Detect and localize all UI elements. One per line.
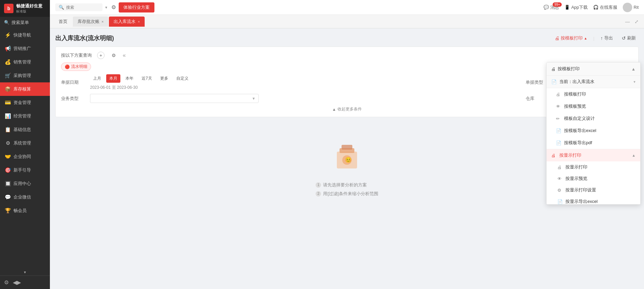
empty-tip-2-text: 用[过滤]条件来缩小分析范围 xyxy=(323,189,378,198)
tab-flow[interactable]: 出入库流水 × xyxy=(109,17,144,27)
display-print-label: 按显示打印 xyxy=(565,164,587,170)
sidebar-item-label: 企业微信 xyxy=(13,194,31,200)
tab-batch-close[interactable]: × xyxy=(101,20,104,24)
date-btn-this-year[interactable]: 本年 xyxy=(122,74,137,83)
print-dropdown-header: 🖨 按模板打印 ▲ xyxy=(547,62,640,76)
industry-solution-btn[interactable]: 体验行业方案 xyxy=(119,2,154,12)
filter-add-btn[interactable]: + xyxy=(97,52,105,59)
collapse-up-icon: ▲ xyxy=(332,107,336,112)
current-template-icon: 📄 xyxy=(551,79,557,84)
filter-collapse-btn[interactable]: « xyxy=(123,52,126,58)
template-preview-btn[interactable]: 👁 按模板预览 xyxy=(547,100,640,112)
sidebar-item-appstore[interactable]: 🔲 应用中心 xyxy=(0,177,50,190)
template-export-pdf-btn[interactable]: 📄 按模板导出pdf xyxy=(547,137,640,149)
template-pdf-icon: 📄 xyxy=(556,140,561,146)
display-print-icon: 🖨 xyxy=(557,165,563,170)
user-avatar-area[interactable]: Rit xyxy=(623,3,639,12)
display-export-excel-btn[interactable]: 📄 按显示导出excel xyxy=(547,196,640,204)
tab-batch[interactable]: 库存批次账 × xyxy=(73,17,108,27)
sidebar-item-wechat[interactable]: 💬 企业微信 xyxy=(0,190,50,204)
display-preview-label: 按显示预览 xyxy=(565,176,587,182)
sidebar-item-purchase[interactable]: 🛒 采购管理 xyxy=(0,69,50,82)
sidebar-item-marketing[interactable]: 📢 营销推广 xyxy=(0,42,50,55)
print-dropdown-chevron-up[interactable]: ▲ xyxy=(631,67,636,72)
refresh-icon: ↺ xyxy=(622,35,626,41)
template-print-icon: 🖨 xyxy=(556,92,561,97)
display-settings-icon: ⚙ xyxy=(557,188,563,193)
topbar-gear-icon[interactable]: ⚙ xyxy=(111,4,116,10)
search-icon: 🔍 xyxy=(4,20,9,25)
tab-home-label: 首页 xyxy=(59,19,67,25)
tab-home[interactable]: 首页 xyxy=(54,17,72,27)
sidebar-item-label: 销售管理 xyxy=(13,59,31,65)
template-design-btn[interactable]: ✏ 模板自定义设计 xyxy=(547,112,640,125)
tab-flow-label: 出入库流水 xyxy=(114,19,136,25)
tab-flow-close[interactable]: × xyxy=(138,20,140,24)
user-avatar xyxy=(623,3,632,12)
sidebar-item-corp[interactable]: 🤝 企业协同 xyxy=(0,150,50,163)
template-preview-label: 按模板预览 xyxy=(564,103,586,109)
display-section: 🖨 按显示打印 ▲ 🖨 按显示打印 👁 按显示预览 xyxy=(547,149,640,204)
topbar-search-input[interactable] xyxy=(66,5,93,10)
window-minimize-icon[interactable]: — xyxy=(624,18,631,25)
biz-type-select[interactable]: ▾ xyxy=(90,94,259,103)
export-btn[interactable]: ↑ 导出 xyxy=(598,34,616,43)
sidebar-item-sales[interactable]: 💰 销售管理 xyxy=(0,55,50,69)
sidebar-item-member[interactable]: 🏆 畅会员 xyxy=(0,204,50,217)
sidebar-item-basic[interactable]: 📋 基础信息 xyxy=(0,123,50,136)
collapse-sidebar-icon[interactable]: ◀▶ xyxy=(13,279,21,286)
brand-name: 畅捷通好生意 xyxy=(16,3,42,9)
display-print-btn[interactable]: 🖨 按显示打印 xyxy=(547,161,640,173)
date-btn-this-month[interactable]: 本月 xyxy=(106,74,120,83)
filter-gear-btn[interactable]: ⚙ xyxy=(110,52,117,59)
sidebar-item-inventory[interactable]: 📦 库存核算 xyxy=(0,82,50,96)
sidebar-item-label: 畅会员 xyxy=(13,208,27,214)
date-btn-more[interactable]: 更多 xyxy=(157,74,171,83)
current-template-chevron: ▾ xyxy=(634,80,636,84)
app-logo-icon: b xyxy=(4,4,13,13)
display-print-settings-btn[interactable]: ⚙ 按显示打印设置 xyxy=(547,184,640,196)
active-filter-tag[interactable]: 🔴 流水明细 xyxy=(61,62,91,71)
settings-icon[interactable]: ⚙ xyxy=(4,279,9,286)
refresh-btn[interactable]: ↺ 刷新 xyxy=(619,34,639,43)
date-btn-7days[interactable]: 近7天 xyxy=(139,74,155,83)
collapse-label: 收起更多条件 xyxy=(338,106,362,112)
app-download-label: App下载 xyxy=(571,4,588,10)
topbar-search-dropdown[interactable]: ▾ xyxy=(105,5,107,10)
template-excel-icon: 📄 xyxy=(556,128,561,133)
topbar-search-box[interactable]: 🔍 xyxy=(55,3,103,11)
corp-icon: 🤝 xyxy=(5,154,11,160)
template-preview-icon: 👁 xyxy=(556,104,561,109)
app-download-btn[interactable]: 📱 App下载 xyxy=(564,4,588,10)
wechat-icon: 💬 xyxy=(5,194,11,200)
display-section-header[interactable]: 🖨 按显示打印 ▲ xyxy=(547,149,640,161)
display-excel-icon: 📄 xyxy=(557,199,563,204)
finance-icon: 💳 xyxy=(5,100,11,106)
online-service-btn[interactable]: 🎧 在线客服 xyxy=(593,4,617,10)
template-export-excel-btn[interactable]: 📄 按模板导出excel xyxy=(547,125,640,137)
system-icon: ⚙ xyxy=(5,140,11,146)
print-current-template[interactable]: 📄 当前：出入库流水 ▾ xyxy=(547,76,640,88)
window-restore-icon[interactable]: ⤢ xyxy=(633,18,640,25)
topbar: 🔍 ▾ ⚙ 体验行业方案 💬 消息 99+ 📱 App下载 🎧 在线客服 Rit xyxy=(50,0,644,15)
sidebar-item-system[interactable]: ⚙ 系统管理 xyxy=(0,136,50,150)
topbar-search-icon: 🔍 xyxy=(59,5,64,10)
display-section-label: 按显示打印 xyxy=(559,152,581,158)
print-template-btn[interactable]: 🖨 按模板打印 ▲ xyxy=(552,34,590,43)
filter-tag-icon: 🔴 xyxy=(65,64,70,69)
display-preview-btn[interactable]: 👁 按显示预览 xyxy=(547,173,640,184)
sidebar-item-quick-nav[interactable]: ⚡ 快捷导航 xyxy=(0,28,50,42)
template-print-btn[interactable]: 🖨 按模板打印 xyxy=(547,88,640,100)
display-section-chevron[interactable]: ▲ xyxy=(632,153,636,157)
sidebar-item-finance[interactable]: 💳 资金管理 xyxy=(0,96,50,109)
date-btn-custom[interactable]: 自定义 xyxy=(173,74,192,83)
sidebar-item-newbie[interactable]: 🎯 新手引导 xyxy=(0,163,50,177)
date-btn-last-month[interactable]: 上月 xyxy=(90,74,104,83)
page-header: 出入库流水(流水明细) 🖨 按模板打印 ▲ | ↑ 导出 ↺ 刷新 xyxy=(55,34,639,43)
sidebar-item-label: 库存核算 xyxy=(13,86,31,92)
display-settings-label: 按显示打印设置 xyxy=(565,187,596,193)
sidebar-item-operation[interactable]: 📊 经营管理 xyxy=(0,109,50,123)
sidebar-search-btn[interactable]: 🔍 搜索菜单 xyxy=(0,17,50,28)
message-btn[interactable]: 💬 消息 99+ xyxy=(544,4,559,10)
sidebar-scroll-down[interactable]: ▼ xyxy=(23,270,27,274)
